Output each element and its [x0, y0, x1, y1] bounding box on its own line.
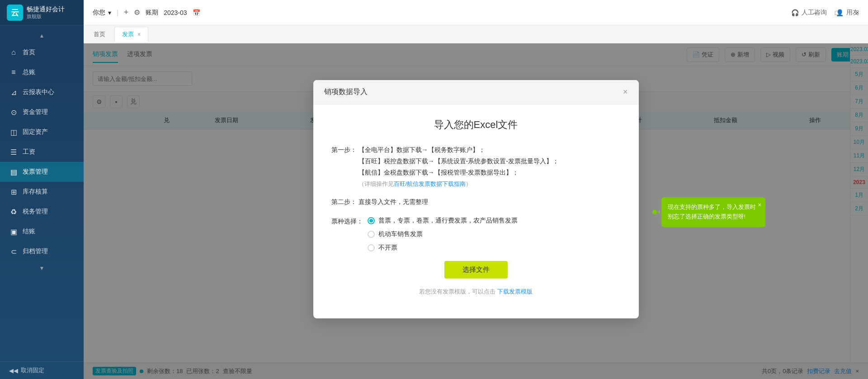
modal-close-btn[interactable]: ×	[623, 87, 628, 97]
home-icon: ⌂	[9, 48, 18, 57]
tab-invoice[interactable]: 发票 ×	[114, 27, 148, 42]
content-area: 销项发票 进项发票 📄 凭证 ⊕ 新增 ▷ 视频	[84, 43, 868, 379]
ticket-section: 票种选择： 普票，专票，卷票，通行费发票，农产品销售发票 × 现在支持的票种多了…	[331, 217, 621, 252]
radio-noticket[interactable]: 不开票	[368, 244, 518, 252]
step-1-line-2: 【百旺】税控盘数据下载→【系统设置-系统参数设置-发票批量导入】；	[359, 156, 621, 167]
payroll-icon: ☰	[9, 147, 18, 156]
fund-icon: ⊙	[9, 108, 18, 117]
sidebar-item-payroll[interactable]: ☰ 工资	[0, 142, 84, 162]
sidebar-logo: 云 畅捷通好会计 旗舰版	[0, 0, 84, 25]
import-modal: 销项数据导入 × 导入您的Excel文件 第一步： 【全电平台】数据下载→【税务…	[313, 80, 639, 318]
step-1-line-1: 【全电平台】数据下载→【税务数字账户】；	[359, 144, 621, 156]
radio-noticket-label: 不开票	[378, 244, 397, 252]
tooltip-bubble: × 现在支持的票种多了，导入发票时别忘了选择正确的发票类型呀!	[661, 197, 765, 227]
period-value: 2023-03	[164, 9, 187, 16]
radio-motor[interactable]: 机动车销售发票	[368, 230, 518, 238]
window-controls: — □ ×	[806, 0, 868, 25]
step-2-row: 第二步： 直接导入文件，无需整理	[331, 196, 621, 208]
settings-icon[interactable]: ⚙	[134, 8, 140, 17]
modal-title: 销项数据导入	[324, 87, 368, 97]
radio-common-circle[interactable]	[368, 217, 375, 224]
step-2-text: 直接导入文件，无需整理	[359, 198, 428, 205]
tooltip-dot	[652, 210, 657, 214]
cancel-fixed-btn[interactable]: ◀◀ 取消固定	[0, 361, 84, 379]
main-area: 你您 ▾ | + ⚙ 账期 2023-03 📅 🎧 人工咨询 👤 用友 — □ …	[84, 0, 868, 379]
sidebar-item-settle[interactable]: ▣ 结账	[0, 222, 84, 242]
tab-home[interactable]: 首页	[86, 27, 113, 42]
template-hint: 若您没有发票模版，可以点击 下载发票模版	[331, 288, 621, 305]
sidebar-item-asset[interactable]: ◫ 固定资产	[0, 122, 84, 142]
select-file-btn[interactable]: 选择文件	[444, 261, 508, 279]
sidebar-item-archive[interactable]: ⊂ 归档管理	[0, 242, 84, 261]
logo-text: 畅捷通好会计 旗舰版	[27, 5, 65, 20]
sidebar-item-fund[interactable]: ⊙ 资金管理	[0, 102, 84, 122]
step-2-content: 直接导入文件，无需整理	[359, 196, 621, 208]
sidebar-item-ledger[interactable]: ≡ 总账	[0, 62, 84, 82]
radio-common[interactable]: 普票，专票，卷票，通行费发票，农产品销售发票 × 现在支持的票种多了，导入发票时…	[368, 217, 518, 225]
sidebar-item-invoice[interactable]: ▤ 发票管理	[0, 162, 84, 182]
modal-main-title: 导入您的Excel文件	[331, 118, 621, 132]
scroll-down-btn[interactable]: ▼	[0, 261, 84, 275]
download-template-link[interactable]: 下载发票模版	[497, 288, 533, 295]
ticket-label: 票种选择：	[331, 217, 368, 226]
ticket-options: 普票，专票，卷票，通行费发票，农产品销售发票 × 现在支持的票种多了，导入发票时…	[368, 217, 518, 252]
step-1-label: 第一步：	[331, 144, 359, 189]
radio-noticket-circle[interactable]	[368, 244, 375, 251]
modal-body: 导入您的Excel文件 第一步： 【全电平台】数据下载→【税务数字账户】； 【百…	[313, 104, 639, 318]
sidebar-item-tax[interactable]: ♻ 税务管理	[0, 202, 84, 222]
radio-motor-label: 机动车销售发票	[378, 230, 423, 238]
sidebar: 云 畅捷通好会计 旗舰版 ▲ ⌂ 首页 ≡ 总账 ⊿ 云报表中心 ⊙ 资金管理 …	[0, 0, 84, 379]
cancel-icon: ◀◀	[9, 367, 18, 374]
step-1-note: （详细操作见百旺/航信发票数据下载指南）	[359, 179, 621, 189]
scroll-up-btn[interactable]: ▲	[0, 29, 84, 43]
step-1-line-3: 【航信】金税盘数据下载→【报税管理-发票数据导出】；	[359, 167, 621, 178]
close-btn[interactable]: ×	[847, 0, 868, 25]
tooltip-text: 现在支持的票种多了，导入发票时别忘了选择正确的发票类型呀!	[668, 204, 756, 220]
radio-motor-circle[interactable]	[368, 231, 375, 238]
asset-icon: ◫	[9, 128, 18, 137]
topbar-separator: |	[117, 9, 118, 16]
radio-common-label: 普票，专票，卷票，通行费发票，农产品销售发票	[378, 217, 518, 225]
step-2-label: 第二步：	[331, 196, 359, 208]
minimize-btn[interactable]: —	[806, 0, 826, 25]
settle-icon: ▣	[9, 227, 18, 236]
stock-icon: ⊞	[9, 187, 18, 196]
maximize-btn[interactable]: □	[826, 0, 847, 25]
tab-bar: 首页 发票 ×	[84, 25, 868, 43]
step-1-content: 【全电平台】数据下载→【税务数字账户】； 【百旺】税控盘数据下载→【系统设置-系…	[359, 144, 621, 189]
report-icon: ⊿	[9, 88, 18, 97]
tooltip-close-btn[interactable]: ×	[758, 200, 761, 210]
company-selector[interactable]: 你您 ▾	[93, 9, 111, 17]
sidebar-item-home[interactable]: ⌂ 首页	[0, 43, 84, 62]
ledger-icon: ≡	[9, 68, 18, 77]
tax-icon: ♻	[9, 207, 18, 216]
sidebar-nav: ▲ ⌂ 首页 ≡ 总账 ⊿ 云报表中心 ⊙ 资金管理 ◫ 固定资产 ☰ 工资 ▤…	[0, 25, 84, 361]
modal-footer: 选择文件	[331, 256, 621, 288]
invoice-icon: ▤	[9, 167, 18, 176]
topbar: 你您 ▾ | + ⚙ 账期 2023-03 📅 🎧 人工咨询 👤 用友 — □ …	[84, 0, 868, 25]
tab-close-icon[interactable]: ×	[137, 31, 141, 38]
modal-header: 销项数据导入 ×	[313, 80, 639, 104]
logo-icon: 云	[7, 5, 23, 21]
headset-icon: 🎧	[791, 9, 799, 16]
chevron-down-icon: ▾	[108, 9, 111, 16]
calendar-icon[interactable]: 📅	[193, 9, 200, 16]
sidebar-item-stock[interactable]: ⊞ 库存核算	[0, 182, 84, 202]
sidebar-item-report[interactable]: ⊿ 云报表中心	[0, 82, 84, 102]
archive-icon: ⊂	[9, 247, 18, 256]
download-guide-link[interactable]: 百旺/航信发票数据下载指南	[394, 180, 466, 187]
period-label: 账期	[146, 9, 158, 17]
add-btn[interactable]: +	[124, 8, 129, 17]
step-1-row: 第一步： 【全电平台】数据下载→【税务数字账户】； 【百旺】税控盘数据下载→【系…	[331, 144, 621, 189]
